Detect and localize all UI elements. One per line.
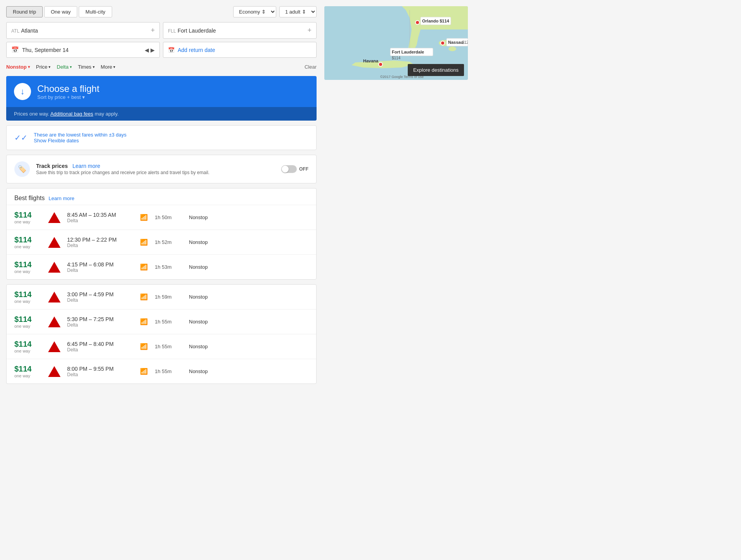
svg-point-3 bbox=[448, 47, 456, 51]
destination-plus-icon[interactable]: + bbox=[307, 26, 312, 35]
flight-price: $114 one way bbox=[14, 235, 42, 249]
svg-text:$114: $114 bbox=[392, 56, 401, 60]
airline-logo bbox=[45, 212, 64, 223]
price-amount: $114 bbox=[14, 260, 42, 269]
track-prices-toggle[interactable]: OFF bbox=[281, 165, 308, 173]
return-calendar-icon: 📅 bbox=[168, 47, 175, 53]
flight-duration: 1h 52m bbox=[155, 239, 186, 245]
delta-triangle-icon bbox=[48, 237, 61, 248]
multi-city-button[interactable]: Multi-city bbox=[79, 6, 112, 17]
flight-row[interactable]: $114 one way 4:15 PM – 6:08 PM Delta 📶 1… bbox=[7, 255, 316, 279]
times-filter[interactable]: Times ▾ bbox=[78, 64, 95, 70]
delta-triangle-icon bbox=[48, 366, 61, 377]
return-date-field[interactable]: 📅 Add return date bbox=[163, 42, 317, 58]
round-trip-button[interactable]: Round trip bbox=[6, 6, 43, 17]
price-amount: $114 bbox=[14, 290, 42, 299]
flight-row[interactable]: $114 one way 8:00 PM – 9:55 PM Delta 📶 1… bbox=[7, 359, 316, 384]
additional-bag-fees-link[interactable]: Additional bag fees bbox=[50, 111, 93, 117]
time-range: 3:00 PM – 4:59 PM bbox=[67, 291, 133, 297]
best-flights-header: Best flights Learn more bbox=[7, 188, 316, 205]
airline-name: Delta bbox=[67, 243, 133, 248]
flight-stops: Nonstop bbox=[189, 294, 208, 300]
flight-duration: 1h 55m bbox=[155, 344, 186, 349]
delta-filter[interactable]: Delta ▾ bbox=[57, 64, 71, 70]
destination-field[interactable]: FLLFort Lauderdale + bbox=[163, 22, 317, 39]
flight-price: $114 one way bbox=[14, 365, 42, 378]
flight-price: $114 one way bbox=[14, 260, 42, 274]
flight-row[interactable]: $114 one way 6:45 PM – 8:40 PM Delta 📶 1… bbox=[7, 334, 316, 359]
svg-point-7 bbox=[441, 41, 445, 45]
toggle-off-label: OFF bbox=[299, 166, 308, 172]
flight-duration: 1h 55m bbox=[155, 368, 186, 374]
more-filter[interactable]: More ▾ bbox=[101, 64, 116, 70]
nonstop-arrow: ▾ bbox=[28, 65, 30, 69]
time-range: 6:45 PM – 8:40 PM bbox=[67, 341, 133, 347]
time-range: 5:30 PM – 7:25 PM bbox=[67, 316, 133, 322]
flight-stops: Nonstop bbox=[189, 319, 208, 325]
flight-row[interactable]: $114 one way 8:45 AM – 10:35 AM Delta 📶 … bbox=[7, 205, 316, 230]
wifi-icon: 📶 bbox=[136, 239, 152, 246]
track-prices-learn-more[interactable]: Learn more bbox=[73, 163, 100, 169]
depart-date-field[interactable]: 📅 Thu, September 14 ◀ ▶ bbox=[6, 42, 160, 58]
flight-times: 6:45 PM – 8:40 PM Delta bbox=[67, 341, 133, 353]
flight-row[interactable]: $114 one way 12:30 PM – 2:22 PM Delta 📶 … bbox=[7, 230, 316, 255]
flight-times: 5:30 PM – 7:25 PM Delta bbox=[67, 316, 133, 328]
flight-price: $114 one way bbox=[14, 211, 42, 224]
show-flexible-dates-link[interactable]: Show Flexible dates bbox=[34, 138, 126, 143]
flight-duration: 1h 55m bbox=[155, 319, 186, 325]
flight-row[interactable]: $114 one way 5:30 PM – 7:25 PM Delta 📶 1… bbox=[7, 309, 316, 334]
airline-name: Delta bbox=[67, 218, 133, 223]
other-flights-rows: $114 one way 3:00 PM – 4:59 PM Delta 📶 1… bbox=[7, 285, 316, 384]
bag-fee-text: Prices one way. bbox=[14, 111, 49, 117]
price-filter[interactable]: Price ▾ bbox=[36, 64, 51, 70]
one-way-button[interactable]: One way bbox=[44, 6, 77, 17]
date-next-arrow[interactable]: ▶ bbox=[151, 47, 155, 53]
svg-text:Havana: Havana bbox=[363, 59, 379, 63]
destination-city: Fort Lauderdale bbox=[178, 28, 216, 34]
delta-label: Delta bbox=[57, 64, 68, 70]
flight-times: 8:45 AM – 10:35 AM Delta bbox=[67, 212, 133, 223]
delta-triangle-icon bbox=[48, 212, 61, 223]
origin-field[interactable]: ATLAtlanta + bbox=[6, 22, 160, 39]
cabin-class-select[interactable]: Economy ⇕ Business First bbox=[233, 6, 276, 17]
svg-text:Nassau: Nassau bbox=[448, 40, 463, 45]
nonstop-label: Nonstop bbox=[6, 64, 27, 70]
airline-name: Delta bbox=[67, 372, 133, 377]
origin-plus-icon[interactable]: + bbox=[151, 26, 155, 35]
flight-stops: Nonstop bbox=[189, 214, 208, 220]
clear-filter[interactable]: Clear bbox=[305, 64, 317, 70]
lowest-fares-text: These are the lowest fares within ±3 day… bbox=[34, 132, 126, 143]
flight-price: $114 one way bbox=[14, 340, 42, 353]
sort-by-subtitle[interactable]: Sort by price + best ▾ bbox=[37, 94, 99, 100]
airline-name: Delta bbox=[67, 347, 133, 353]
passengers-select[interactable]: 1 adult ⇕ 2 adults bbox=[279, 6, 317, 17]
time-range: 4:15 PM – 6:08 PM bbox=[67, 261, 133, 268]
right-panel: Orlando $114 Fort Lauderdale $114 Nassau… bbox=[324, 6, 735, 389]
price-label: one way bbox=[14, 220, 42, 224]
bag-fee-bar: Prices one way. Additional bag fees may … bbox=[6, 107, 317, 121]
nonstop-filter[interactable]: Nonstop ▾ bbox=[6, 64, 30, 70]
price-label: one way bbox=[14, 269, 42, 274]
other-flights-section: $114 one way 3:00 PM – 4:59 PM Delta 📶 1… bbox=[6, 284, 317, 384]
track-prices-box: 🏷️ Track prices Learn more Save this tri… bbox=[6, 155, 317, 183]
flight-price: $114 one way bbox=[14, 315, 42, 328]
times-arrow: ▾ bbox=[93, 65, 95, 69]
price-amount: $114 bbox=[14, 340, 42, 349]
explore-destinations-button[interactable]: Explore destinations bbox=[408, 64, 464, 76]
wifi-icon: 📶 bbox=[136, 263, 152, 271]
filter-row: Nonstop ▾ Price ▾ Delta ▾ Times ▾ More ▾… bbox=[6, 62, 317, 71]
time-range: 12:30 PM – 2:22 PM bbox=[67, 237, 133, 243]
wifi-icon: 📶 bbox=[136, 368, 152, 375]
best-flights-learn-more[interactable]: Learn more bbox=[48, 195, 74, 201]
depart-date-label: Thu, September 14 bbox=[22, 47, 69, 53]
wifi-icon: 📶 bbox=[136, 293, 152, 301]
flight-duration: 1h 53m bbox=[155, 264, 186, 270]
more-label: More bbox=[101, 64, 113, 70]
track-prices-desc: Save this trip to track price changes an… bbox=[36, 170, 275, 175]
date-prev-arrow[interactable]: ◀ bbox=[145, 47, 149, 53]
flight-times: 4:15 PM – 6:08 PM Delta bbox=[67, 261, 133, 273]
price-label: one way bbox=[14, 324, 42, 328]
delta-triangle-icon bbox=[48, 316, 61, 327]
origin-code: ATL bbox=[11, 28, 19, 34]
flight-row[interactable]: $114 one way 3:00 PM – 4:59 PM Delta 📶 1… bbox=[7, 285, 316, 309]
